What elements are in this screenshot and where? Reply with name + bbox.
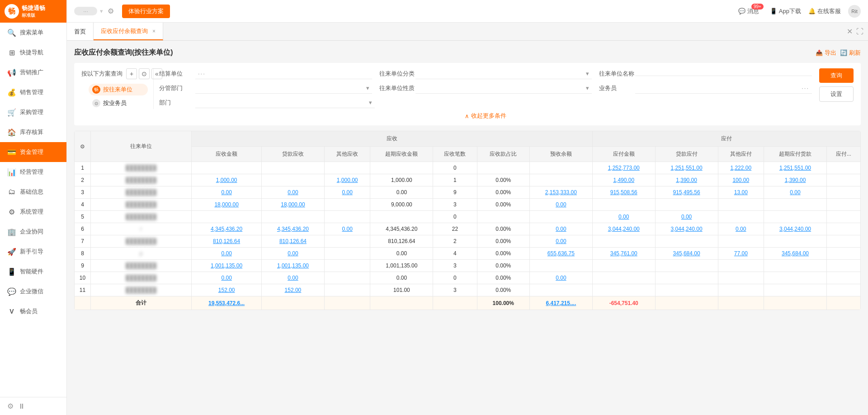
page-header: 应收应付余额查询(按往来单位) 📤 导出 🔄 刷新 [74,48,861,57]
row-ap-other[interactable]: 0.00 [718,223,764,235]
sidebar-item-wechat[interactable]: 💬 企业微信 [0,281,66,301]
total-ar-prepaid[interactable]: 6,417,215.... [529,296,592,310]
row-ar-other[interactable]: 0.00 [324,223,370,235]
row-ap-overdue[interactable]: 1,390.00 [764,174,827,186]
row-ar-amount[interactable]: 0.00 [192,272,262,284]
row-ar-loan[interactable]: 810,126.64 [262,235,325,248]
topbar-gear-icon[interactable]: ⚙ [108,7,114,15]
row-ar-other[interactable]: 1,000.00 [324,174,370,186]
table-gear-icon[interactable]: ⚙ [80,143,85,150]
row-ap-amount[interactable]: 0.00 [592,211,655,223]
collapse-more-btn[interactable]: ∧ 收起更多条件 [159,112,812,120]
row-ar-loan[interactable]: 4,345,436.20 [262,223,325,235]
sidebar-item-marketing[interactable]: 📢 营销推广 [0,62,66,82]
row-ap-overdue[interactable]: 3,044,240.00 [764,223,827,235]
sidebar-item-purchase[interactable]: 🛒 采购管理 [0,102,66,122]
trial-btn[interactable]: 体验行业方案 [122,5,170,18]
row-ar-prepaid[interactable]: 0.00 [529,199,592,211]
table-row: 9 ████████ 1,001,135.00 1,001,135.00 1,0… [75,260,861,272]
row-ar-prepaid[interactable]: 0.00 [529,272,592,284]
add-filter-btn[interactable]: + [126,68,137,79]
salesman-input[interactable]: ··· [635,83,812,94]
row-ap-amount[interactable]: 3,044,240.00 [592,223,655,235]
row-ar-loan[interactable]: 0.00 [262,248,325,260]
row-ap-loan[interactable]: 0.00 [655,211,718,223]
row-ar-amount[interactable]: 0.00 [192,248,262,260]
row-ap-amount[interactable]: 345,761.00 [592,248,655,260]
app-download-btn[interactable]: 📱 App下载 [770,7,801,15]
row-ar-prepaid [529,174,592,186]
row-ap-loan[interactable]: 345,684.00 [655,248,718,260]
row-ar-prepaid[interactable]: 655,636.75 [529,248,592,260]
settlement-unit-input[interactable]: ··· [195,68,372,79]
row-ap-overdue[interactable]: 345,684.00 [764,248,827,260]
row-ar-loan[interactable]: 0.00 [262,272,325,284]
row-ar-prepaid[interactable]: 2,153,333.00 [529,186,592,199]
row-ap-loan[interactable]: 3,044,240.00 [655,223,718,235]
tab-ar-query[interactable]: 应收应付余额查询 × [94,23,163,40]
sidebar-item-hardware[interactable]: 📱 智能硬件 [0,262,66,281]
row-ar-loan[interactable]: 152.00 [262,284,325,296]
row-ap-other[interactable]: 100.00 [718,174,764,186]
filter-settings-btn[interactable]: ⊙ [139,68,150,79]
row-ap-other[interactable]: 13.00 [718,186,764,199]
export-btn[interactable]: 📤 导出 [816,49,836,57]
sidebar-item-finance[interactable]: 💳 资金管理 [0,142,66,162]
settings-button[interactable]: 设置 [819,86,854,102]
row-ap-amount[interactable]: 1,490.00 [592,174,655,186]
collapse-icon[interactable]: ⏸ [18,402,25,410]
sidebar-item-search[interactable]: 🔍 搜索菜单 [0,23,66,43]
row-ar-loan[interactable]: 18,000.00 [262,199,325,211]
sidebar-item-guide[interactable]: 🚀 新手引导 [0,242,66,262]
filter-option-partner[interactable]: 畅 按往来单位 [89,84,148,95]
row-ap-other[interactable]: 77.00 [718,248,764,260]
row-ar-prepaid[interactable]: 0.00 [529,223,592,235]
row-ap-loan[interactable]: 1,251,551.00 [655,162,718,174]
service-btn[interactable]: 🔔 在线客服 [808,7,841,15]
tab-close-icon[interactable]: × [152,28,156,34]
dept2-input[interactable]: ▾ [195,97,375,108]
maximize-icon[interactable]: ⛶ [856,28,863,36]
query-button[interactable]: 查询 [819,68,854,83]
row-ap-loan[interactable]: 915,495.56 [655,186,718,199]
th-ar-loan: 贷款应收 [262,147,325,162]
sidebar-item-warehouse[interactable]: 🏠 库存核算 [0,122,66,142]
row-ap-amount[interactable]: 915,508.56 [592,186,655,199]
row-ar-amount[interactable]: 152.00 [192,284,262,296]
sidebar-item-operations[interactable]: 📊 经营管理 [0,162,66,182]
sidebar-item-system[interactable]: ⚙ 系统管理 [0,202,66,222]
user-avatar[interactable]: Rit [848,5,861,18]
dept-input[interactable]: ▾ [195,83,372,94]
row-ar-other[interactable]: 0.00 [324,186,370,199]
row-ar-amount[interactable]: 1,001,135.00 [192,260,262,272]
close-window-icon[interactable]: ✕ [847,27,853,36]
row-ar-amount[interactable]: 810,126.64 [192,235,262,248]
partner-category-input[interactable]: ▾ [415,68,592,79]
sidebar-item-nav[interactable]: ⊞ 快捷导航 [0,43,66,62]
row-ar-loan[interactable]: 0.00 [262,186,325,199]
tab-home[interactable]: 首页 [67,23,94,40]
sidebar-item-sales[interactable]: 💰 销售管理 [0,82,66,102]
message-btn[interactable]: 💬 消息 99+ [738,7,759,15]
sidebar-item-basic[interactable]: 🗂 基础信息 [0,182,66,202]
row-ap-overdue[interactable]: 0.00 [764,186,827,199]
row-ar-prepaid[interactable]: 0.00 [529,235,592,248]
row-ar-amount[interactable]: 4,345,436.20 [192,223,262,235]
settings-icon[interactable]: ⚙ [7,402,14,410]
row-ap-other[interactable]: 1,222.00 [718,162,764,174]
row-ap-amount[interactable]: 1,252,773.00 [592,162,655,174]
row-ar-amount[interactable]: 0.00 [192,186,262,199]
sidebar-item-member[interactable]: V 畅会员 [0,301,66,321]
row-ap-overdue[interactable]: 1,251,551.00 [764,162,827,174]
row-ar-amount[interactable]: 18,000.00 [192,199,262,211]
refresh-btn[interactable]: 🔄 刷新 [840,49,861,57]
sidebar-item-enterprise[interactable]: 🏢 企业协同 [0,222,66,242]
filter-option-salesman[interactable]: ⊙ 按业务员 [89,97,148,109]
partner-nature-input[interactable]: ▾ [415,83,592,94]
row-ar-amount[interactable]: 1,000.00 [192,174,262,186]
dropdown-arrow[interactable]: ▾ [100,8,103,14]
row-ar-loan[interactable]: 1,001,135.00 [262,260,325,272]
partner-name-input[interactable] [635,72,812,76]
row-ap-loan[interactable]: 1,390.00 [655,174,718,186]
total-ar-amount[interactable]: 19,553,472.6... [192,296,262,310]
